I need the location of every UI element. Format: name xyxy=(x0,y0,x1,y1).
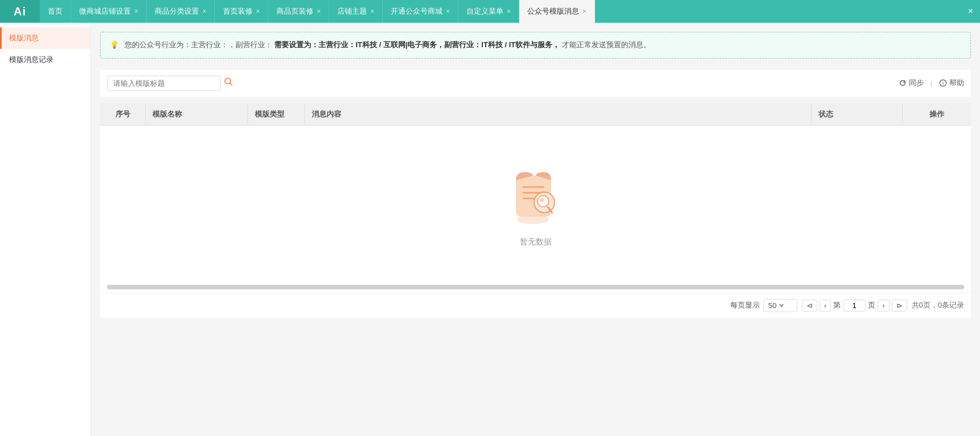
close-tab-2[interactable]: × xyxy=(202,8,206,15)
th-status: 状态 xyxy=(812,103,903,125)
per-page-value: 50 xyxy=(768,301,776,310)
chevron-down-icon xyxy=(779,302,784,308)
th-type: 模版类型 xyxy=(248,103,305,125)
close-tab-5[interactable]: × xyxy=(370,8,374,15)
th-name: 模版名称 xyxy=(146,103,248,125)
first-page-button[interactable]: ⊲ xyxy=(802,300,817,312)
top-nav: Ai 首页 微商城店铺设置 × 商品分类设置 × 首页装修 × 商品页装修 × … xyxy=(0,0,980,23)
nav-tab-5[interactable]: 店铺主题 × xyxy=(329,0,383,23)
nav-tabs: 首页 微商城店铺设置 × 商品分类设置 × 首页装修 × 商品页装修 × 店铺主… xyxy=(40,0,961,23)
help-button[interactable]: ? 帮助 xyxy=(939,78,964,88)
nav-tab-1[interactable]: 微商城店铺设置 × xyxy=(71,0,147,23)
close-tab-1[interactable]: × xyxy=(134,8,138,15)
search-button[interactable] xyxy=(224,77,233,89)
data-table: 序号 模版名称 模版类型 消息内容 状态 操作 xyxy=(100,103,971,318)
search-input[interactable] xyxy=(107,76,221,91)
page-size-selector: 每页显示 50 xyxy=(730,299,797,312)
nav-tab-8[interactable]: 公众号模版消息 × xyxy=(519,0,595,23)
notice-suffix: 才能正常发送预置的消息。 xyxy=(562,40,651,49)
pagination: 每页显示 50 ⊲ ‹ 第 页 xyxy=(100,293,971,318)
total-label: 共0页，0条记录 xyxy=(912,300,964,310)
sync-icon xyxy=(899,79,907,87)
toolbar-divider: | xyxy=(931,79,932,88)
notice-bold: 需要设置为：主营行业：IT科技 / 互联网|电子商务，副营行业：IT科技 / I… xyxy=(274,40,560,49)
toolbar: 同步 | ? 帮助 xyxy=(100,70,971,97)
table-header: 序号 模版名称 模版类型 消息内容 状态 操作 xyxy=(100,103,971,126)
help-icon: ? xyxy=(939,79,947,87)
scroll-row xyxy=(100,281,971,293)
sidebar-item-template-message[interactable]: 模版消息 xyxy=(0,27,90,49)
sync-button[interactable]: 同步 xyxy=(899,78,924,88)
nav-tab-3[interactable]: 首页装修 × xyxy=(215,0,268,23)
th-index: 序号 xyxy=(100,103,146,125)
notice-icon: 💡 xyxy=(110,40,119,49)
nav-tab-4[interactable]: 商品页装修 × xyxy=(268,0,329,23)
sidebar-item-template-message-record[interactable]: 模版消息记录 xyxy=(0,49,90,70)
search-icon xyxy=(224,77,233,86)
notice-box: 💡 您的公众号行业为：主营行业：，副营行业： 需要设置为：主营行业：IT科技 /… xyxy=(100,32,971,59)
content-area: 💡 您的公众号行业为：主营行业：，副营行业： 需要设置为：主营行业：IT科技 /… xyxy=(91,23,980,436)
empty-illustration xyxy=(502,160,570,228)
svg-text:?: ? xyxy=(942,81,945,86)
svg-point-12 xyxy=(540,198,544,202)
svg-line-1 xyxy=(230,84,233,86)
empty-state: 暂无数据 xyxy=(100,126,971,281)
page-navigation: ⊲ ‹ 第 页 › ⊳ xyxy=(802,300,907,312)
nav-tab-home[interactable]: 首页 xyxy=(40,0,71,23)
last-page-button[interactable]: ⊳ xyxy=(892,300,907,312)
main-layout: 模版消息 模版消息记录 💡 您的公众号行业为：主营行业：，副营行业： 需要设置为… xyxy=(0,23,980,436)
app-logo: Ai xyxy=(0,0,40,23)
next-page-button[interactable]: › xyxy=(878,300,889,312)
per-page-select[interactable]: 50 xyxy=(763,299,797,312)
nav-tab-7[interactable]: 自定义菜单 × xyxy=(458,0,519,23)
search-area xyxy=(107,76,233,91)
th-action: 操作 xyxy=(903,103,971,125)
page-pre-label: 第 xyxy=(833,300,841,310)
toolbar-right: 同步 | ? 帮助 xyxy=(899,78,964,88)
close-all-tabs-button[interactable]: × xyxy=(961,6,980,16)
page-number-input[interactable] xyxy=(843,300,866,312)
th-content: 消息内容 xyxy=(305,103,812,125)
horizontal-scrollbar[interactable] xyxy=(107,285,964,289)
close-tab-8[interactable]: × xyxy=(582,8,586,15)
close-tab-3[interactable]: × xyxy=(256,8,260,15)
page-suf-label: 页 xyxy=(868,300,875,310)
empty-text: 暂无数据 xyxy=(520,237,552,247)
close-tab-6[interactable]: × xyxy=(446,8,450,15)
prev-page-button[interactable]: ‹ xyxy=(820,300,831,312)
close-tab-7[interactable]: × xyxy=(507,8,511,15)
notice-prefix: 您的公众号行业为：主营行业：，副营行业： xyxy=(125,40,272,49)
sidebar: 模版消息 模版消息记录 xyxy=(0,23,91,436)
close-tab-4[interactable]: × xyxy=(317,8,321,15)
nav-tab-2[interactable]: 商品分类设置 × xyxy=(147,0,215,23)
per-page-label: 每页显示 xyxy=(730,300,760,310)
nav-tab-6[interactable]: 开通公众号商城 × xyxy=(383,0,458,23)
